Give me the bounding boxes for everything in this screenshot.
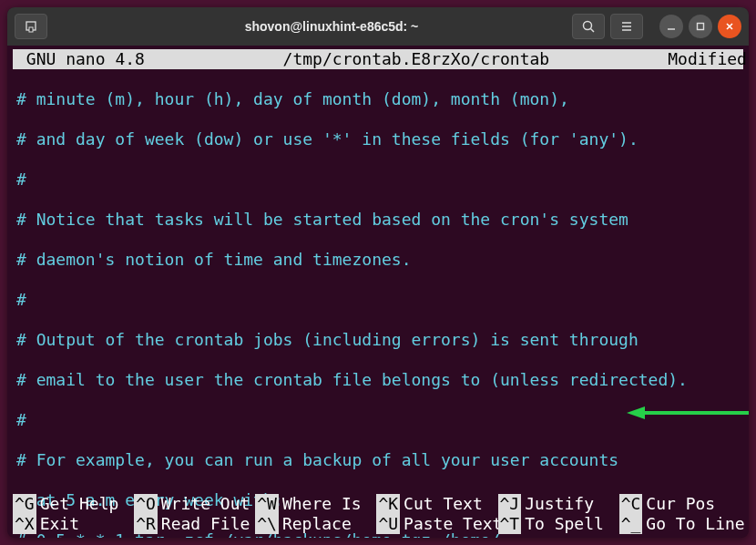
nano-header: GNU nano 4.8 /tmp/crontab.E8rzXo/crontab… xyxy=(13,49,743,69)
nano-app-name: GNU nano 4.8 xyxy=(26,49,145,68)
shortcut-key: ^T xyxy=(498,514,522,534)
comment-line: # Output of the crontab jobs (including … xyxy=(16,330,740,350)
nano-footer: ^GGet Help ^OWrite Out ^WWhere Is ^KCut … xyxy=(13,494,743,534)
terminal-content[interactable]: GNU nano 4.8 /tmp/crontab.E8rzXo/crontab… xyxy=(7,46,749,538)
maximize-button[interactable] xyxy=(689,15,712,38)
comment-line: # xyxy=(16,410,740,430)
shortcut-label: Justify xyxy=(525,494,594,514)
minimize-button[interactable] xyxy=(659,15,683,38)
shortcut-label: Read File xyxy=(161,514,250,534)
new-tab-button[interactable] xyxy=(15,14,47,39)
comment-line: # Notice that tasks will be started base… xyxy=(16,210,740,230)
shortcut-label: Replace xyxy=(282,514,352,534)
shortcut: ^\Replace xyxy=(255,514,376,534)
maximize-icon xyxy=(695,21,706,32)
terminal-window: shovon@linuxhint-e86c5d: ~ GNU nano 4.8 xyxy=(7,7,749,538)
shortcut-label: Exit xyxy=(40,514,79,534)
shortcut: ^GGet Help xyxy=(13,494,134,514)
shortcut-key: ^G xyxy=(13,494,36,514)
shortcut-key: ^_ xyxy=(619,514,643,534)
shortcut: ^WWhere Is xyxy=(255,494,376,514)
minimize-icon xyxy=(666,21,677,32)
comment-line: # email to the user the crontab file bel… xyxy=(16,370,740,390)
shortcut-label: Cut Text xyxy=(404,494,483,514)
comment-line: # minute (m), hour (h), day of month (do… xyxy=(16,89,740,109)
window-titlebar: shovon@linuxhint-e86c5d: ~ xyxy=(7,7,749,46)
shortcut: ^_Go To Line xyxy=(619,514,741,534)
comment-line: # For example, you can run a backup of a… xyxy=(16,450,740,470)
shortcut-label: Where Is xyxy=(282,494,362,514)
shortcut-key: ^K xyxy=(376,494,400,514)
shortcut-label: Get Help xyxy=(40,494,119,514)
svg-rect-8 xyxy=(698,24,704,30)
shortcut-key: ^W xyxy=(255,494,279,514)
shortcut: ^XExit xyxy=(13,514,134,534)
shortcut: ^CCur Pos xyxy=(619,494,741,514)
nano-status: Modified xyxy=(668,49,747,68)
nano-file-path: /tmp/crontab.E8rzXo/crontab xyxy=(283,49,550,69)
shortcut-key: ^C xyxy=(619,494,643,514)
shortcut-label: Cur Pos xyxy=(646,494,715,514)
hamburger-icon xyxy=(619,19,634,34)
comment-line: # and day of week (dow) or use '*' in th… xyxy=(16,129,740,149)
shortcut-key: ^O xyxy=(134,494,158,514)
shortcut-key: ^X xyxy=(13,514,36,534)
shortcut-key: ^R xyxy=(134,514,158,534)
shortcut-label: Go To Line xyxy=(646,514,744,534)
svg-rect-1 xyxy=(29,27,33,32)
shortcut: ^TTo Spell xyxy=(498,514,619,534)
shortcut-key: ^U xyxy=(376,514,400,534)
shortcut: ^JJustify xyxy=(498,494,619,514)
shortcut-label: Paste Text xyxy=(404,514,502,534)
editor-body: # minute (m), hour (h), day of month (do… xyxy=(13,69,743,538)
search-icon xyxy=(581,19,596,34)
svg-point-2 xyxy=(584,22,592,30)
close-button[interactable] xyxy=(718,15,741,38)
window-title: shovon@linuxhint-e86c5d: ~ xyxy=(98,19,565,34)
comment-line: # xyxy=(16,170,740,190)
shortcut: ^OWrite Out xyxy=(134,494,255,514)
shortcut-label: To Spell xyxy=(525,514,604,534)
shortcut-key: ^\ xyxy=(255,514,279,534)
close-icon xyxy=(724,21,735,32)
search-button[interactable] xyxy=(572,14,605,39)
comment-line: # daemon's notion of time and timezones. xyxy=(16,250,740,270)
menu-button[interactable] xyxy=(610,14,643,39)
shortcut: ^KCut Text xyxy=(376,494,497,514)
svg-line-3 xyxy=(591,29,595,33)
shortcut-key: ^J xyxy=(498,494,522,514)
shortcut: ^RRead File xyxy=(134,514,255,534)
shortcut-label: Write Out xyxy=(161,494,250,514)
comment-line: # xyxy=(16,290,740,310)
shortcut: ^UPaste Text xyxy=(376,514,497,534)
